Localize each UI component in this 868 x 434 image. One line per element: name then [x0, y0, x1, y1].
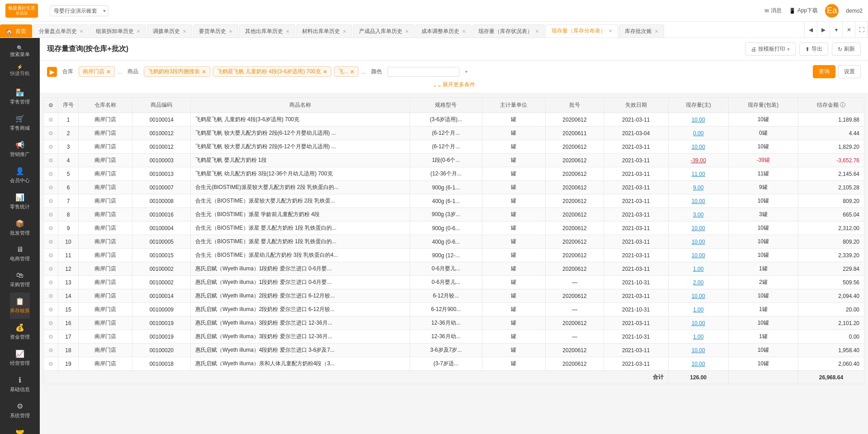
tab-batch-account[interactable]: 库存批次账 ✕	[619, 24, 664, 38]
tab-close-stock-dist[interactable]: ✕	[609, 28, 612, 33]
td-qty-main-10[interactable]: 10.00	[668, 235, 728, 249]
tab-material-out[interactable]: 材料出库单历史 ✕	[296, 24, 352, 38]
td-settings-7[interactable]: ⚙	[44, 194, 58, 208]
goods-tag-2-close[interactable]: ✕	[323, 69, 327, 75]
sidebar-item-ecommerce[interactable]: 🖥 电商管理	[10, 241, 30, 267]
td-settings-5[interactable]: ⚙	[44, 167, 58, 181]
refresh-btn[interactable]: ↻ 刷新	[832, 42, 861, 56]
td-qty-main-4[interactable]: -39.00	[668, 154, 728, 167]
td-qty-main-15[interactable]: 1.00	[668, 303, 728, 316]
sidebar-item-retail-mall[interactable]: 🛒 零售商城	[10, 110, 30, 136]
tab-close-inventory-check[interactable]: ✕	[80, 29, 83, 34]
tab-stock-status[interactable]: 现存量（库存状况表） ✕	[472, 24, 545, 38]
sidebar-item-stock[interactable]: 📋 库存核算	[10, 292, 30, 319]
goods-tag-2[interactable]: 飞鹤星飞帆 儿童奶粉 4段(3-6岁适用) 700克 ✕	[213, 66, 331, 77]
td-settings-9[interactable]: ⚙	[44, 222, 58, 235]
tab-cost-adjust[interactable]: 成本调整单历史 ✕	[415, 24, 472, 38]
td-qty-main-8[interactable]: 3.00	[668, 208, 728, 222]
tab-close-material-out[interactable]: ✕	[343, 29, 346, 34]
sidebar-search[interactable]: 🔍 搜索菜单	[10, 42, 30, 61]
tab-close-product-in[interactable]: ✕	[405, 29, 409, 34]
td-settings-12[interactable]: ⚙	[44, 262, 58, 276]
td-settings-8[interactable]: ⚙	[44, 208, 58, 222]
warehouse-tag-nanan[interactable]: 南岸门店 ✕	[79, 66, 115, 77]
breadcrumb-select[interactable]: 母婴行业演示账套	[50, 5, 108, 16]
tab-disassembly[interactable]: 组装拆卸单历史 ✕	[90, 24, 146, 38]
color-input[interactable]	[387, 67, 460, 77]
td-qty-main-7[interactable]: 10.00	[668, 194, 728, 208]
tab-close-other-out[interactable]: ✕	[286, 29, 289, 34]
td-qty-main-9[interactable]: 10.00	[668, 222, 728, 235]
td-settings-13[interactable]: ⚙	[44, 276, 58, 289]
tab-other-out[interactable]: 其他出库单历史 ✕	[239, 24, 295, 38]
warehouse-tag-close[interactable]: ✕	[106, 69, 111, 75]
td-settings-2[interactable]: ⚙	[44, 127, 58, 140]
td-settings-14[interactable]: ⚙	[44, 289, 58, 303]
td-qty-main-18[interactable]: 10.00	[668, 344, 728, 357]
td-qty-main-12[interactable]: 1.00	[668, 262, 728, 276]
sidebar-item-wholesale[interactable]: 📦 批发管理	[10, 215, 30, 241]
goods-tag-3-close[interactable]: ✕	[350, 69, 354, 75]
tab-close-cost-adjust[interactable]: ✕	[462, 29, 466, 34]
td-settings-15[interactable]: ⚙	[44, 303, 58, 316]
td-qty-main-14[interactable]: 10.00	[668, 289, 728, 303]
th-settings[interactable]: ⚙	[44, 98, 58, 113]
tab-close-disassembly[interactable]: ✕	[137, 29, 140, 34]
print-btn[interactable]: 🖨 按模板打印 ▾	[745, 42, 796, 56]
td-qty-main-13[interactable]: 2.00	[668, 276, 728, 289]
goods-tag-1-close[interactable]: ✕	[202, 69, 206, 75]
tab-stock-dist[interactable]: 现存量（库存分布表） ✕	[546, 24, 618, 38]
tab-close-batch-account[interactable]: ✕	[655, 29, 658, 34]
sidebar-item-basic[interactable]: ℹ 基础信息	[10, 371, 30, 397]
td-settings-18[interactable]: ⚙	[44, 344, 58, 357]
td-settings-6[interactable]: ⚙	[44, 181, 58, 194]
query-btn[interactable]: 查询	[813, 65, 835, 78]
tab-close-all-btn[interactable]: ✕	[843, 22, 855, 38]
td-qty-main-19[interactable]: 10.00	[668, 357, 728, 371]
messages-btn[interactable]: ✉ 消息	[764, 7, 782, 14]
sidebar-item-operations[interactable]: 📈 经营管理	[10, 345, 30, 371]
settings-btn[interactable]: 设置	[838, 65, 861, 78]
warehouse-more[interactable]: ...	[118, 69, 122, 75]
sidebar-item-enterprise[interactable]: 🤝 企业协同	[10, 424, 30, 434]
sidebar-item-system[interactable]: ⚙ 系统管理	[10, 397, 30, 424]
sidebar-item-marketing[interactable]: 📢 营销推广	[10, 136, 30, 162]
tab-next-btn[interactable]: ▶	[817, 22, 830, 38]
tab-close-transfer[interactable]: ✕	[183, 29, 186, 34]
tab-requisition[interactable]: 要货单历史 ✕	[193, 24, 238, 38]
tab-product-in[interactable]: 产成品入库单历史 ✕	[353, 24, 415, 38]
td-settings-1[interactable]: ⚙	[44, 113, 58, 127]
td-qty-main-11[interactable]: 10.00	[668, 249, 728, 262]
goods-tag-1[interactable]: 飞鹤奶粉3段丙捆搜装 ✕	[144, 66, 210, 77]
td-qty-main-16[interactable]: 10.00	[668, 316, 728, 330]
user-avatar[interactable]: Ea	[825, 4, 839, 18]
td-qty-main-2[interactable]: 0.00	[668, 127, 728, 140]
tab-prev-btn[interactable]: ◀	[805, 22, 817, 38]
td-settings-19[interactable]: ⚙	[44, 357, 58, 371]
expand-more-btn[interactable]: ⌄⌄ 展开更多条件	[47, 81, 861, 89]
tab-more-btn[interactable]: ▾	[830, 22, 843, 38]
tab-close-requisition[interactable]: ✕	[229, 29, 232, 34]
sidebar-item-retail-stats[interactable]: 📊 零售统计	[10, 189, 30, 215]
td-qty-main-6[interactable]: 9.00	[668, 181, 728, 194]
goods-tag-3[interactable]: 飞... ✕	[334, 66, 359, 77]
tab-transfer[interactable]: 调拨单历史 ✕	[147, 24, 192, 38]
sidebar-item-member[interactable]: 👤 会员中心	[10, 162, 30, 189]
filter-toggle-btn[interactable]: ▶	[47, 67, 57, 77]
breadcrumb-wrapper[interactable]: 母婴行业演示账套	[50, 5, 108, 16]
sidebar-item-purchase[interactable]: 🛍 采购管理	[10, 267, 30, 292]
td-qty-main-3[interactable]: 10.00	[668, 140, 728, 154]
sidebar-item-finance[interactable]: 💰 资金管理	[10, 319, 30, 345]
td-settings-16[interactable]: ⚙	[44, 316, 58, 330]
goods-more[interactable]: ...	[361, 69, 366, 75]
td-settings-4[interactable]: ⚙	[44, 154, 58, 167]
sidebar-item-retail[interactable]: 🏪 零售管理	[10, 84, 30, 110]
app-download-btn[interactable]: 📱 App下载	[789, 7, 818, 14]
td-settings-11[interactable]: ⚙	[44, 249, 58, 262]
td-qty-main-1[interactable]: 10.00	[668, 113, 728, 127]
td-settings-3[interactable]: ⚙	[44, 140, 58, 154]
td-qty-main-5[interactable]: 11.00	[668, 167, 728, 181]
tab-home[interactable]: 🏠 首页	[0, 24, 32, 38]
export-btn[interactable]: ⬆ 导出	[799, 42, 828, 56]
td-settings-10[interactable]: ⚙	[44, 235, 58, 249]
